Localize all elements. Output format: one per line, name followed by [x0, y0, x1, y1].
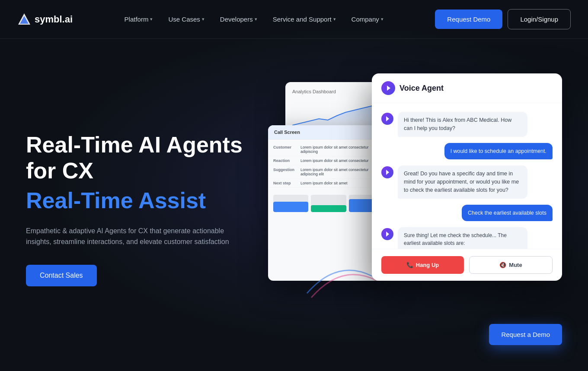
chevron-down-icon: ▾ — [333, 16, 336, 22]
hero-subtitle: Real-Time Assist — [26, 187, 268, 213]
nav-label-service: Service and Support — [273, 16, 332, 23]
nav-label-platform: Platform — [125, 16, 149, 23]
hangup-label: Hang Up — [416, 262, 439, 268]
call-rows: Customer Lorem ipsum dolor sit amet cons… — [268, 140, 389, 191]
agent-bubble-2: Great! Do you have a specific day and ti… — [398, 165, 527, 198]
voice-agent-card: Voice Agent Hi there! This is Alex from … — [372, 73, 562, 281]
logo[interactable]: symbl.ai — [17, 13, 73, 26]
hero-description: Empathetic & adaptive AI Agents for CX t… — [26, 225, 242, 247]
message-row-1: Hi there! This is Alex from ABC Medical.… — [381, 112, 553, 137]
message-row-3: Great! Do you have a specific day and ti… — [381, 165, 553, 198]
svg-marker-2 — [387, 86, 390, 91]
hero-section: Real-Time AI Agents for CX Real-Time Ass… — [0, 39, 588, 371]
chevron-down-icon: ▾ — [381, 16, 383, 22]
navbar: symbl.ai Platform ▾ Use Cases ▾ Develope… — [0, 0, 588, 39]
nav-item-service[interactable]: Service and Support ▾ — [266, 12, 343, 26]
call-card-header: Call Screen — [268, 125, 389, 140]
nav-label-usecases: Use Cases — [168, 16, 200, 23]
chevron-down-icon: ▾ — [150, 16, 153, 22]
user-bubble-1: I would like to schedule an appointment. — [444, 143, 553, 160]
message-row-2: I would like to schedule an appointment. — [381, 143, 553, 160]
chevron-down-icon: ▾ — [202, 16, 205, 22]
logo-text: symbl.ai — [35, 14, 73, 25]
call-row-4: Next step Lorem ipsum dolor sit amet — [268, 179, 389, 188]
agent-bubble-3: Sure thing! Let me check the schedule...… — [398, 227, 527, 249]
message-row-4: Check the earliest available slots — [381, 205, 553, 222]
contact-sales-button[interactable]: Contact Sales — [26, 265, 97, 286]
agent-avatar-2 — [381, 166, 393, 178]
phone-icon: 📞 — [406, 262, 413, 268]
hangup-button[interactable]: 📞 Hang Up — [381, 256, 464, 274]
agent-avatar-3 — [381, 228, 393, 240]
metric-bar-1 — [273, 195, 308, 212]
login-signup-button[interactable]: Login/Signup — [508, 9, 571, 29]
nav-item-developers[interactable]: Developers ▾ — [213, 12, 264, 26]
mute-icon: 🔇 — [499, 262, 506, 268]
mute-label: Mute — [509, 262, 522, 268]
call-row-1: Customer Lorem ipsum dolor sit amet cons… — [268, 143, 389, 156]
voice-agent-icon — [381, 81, 395, 95]
nav-label-developers: Developers — [220, 16, 253, 23]
call-row-3: Suggestion Lorem ipsum dolor sit amet co… — [268, 165, 389, 179]
hero-content: Real-Time AI Agents for CX Real-Time Ass… — [26, 124, 268, 286]
nav-label-company: Company — [352, 16, 379, 23]
nav-item-usecases[interactable]: Use Cases ▾ — [161, 12, 211, 26]
message-row-5: Sure thing! Let me check the schedule...… — [381, 227, 553, 249]
nav-actions: Request Demo Login/Signup — [435, 9, 571, 29]
svg-marker-5 — [386, 231, 389, 237]
nav-item-company[interactable]: Company ▾ — [345, 12, 390, 26]
va-title: Voice Agent — [399, 84, 444, 93]
nav-links: Platform ▾ Use Cases ▾ Developers ▾ Serv… — [118, 12, 390, 26]
call-metrics — [268, 191, 389, 216]
floating-demo-button[interactable]: Request a Demo — [489, 324, 562, 345]
logo-icon — [17, 13, 31, 26]
va-footer: 📞 Hang Up 🔇 Mute — [372, 249, 562, 281]
chevron-down-icon: ▾ — [255, 16, 257, 22]
agent-avatar-1 — [381, 113, 393, 125]
request-demo-button[interactable]: Request Demo — [435, 10, 502, 29]
call-row-2: Reaction Lorem ipsum dolor sit amet cons… — [268, 156, 389, 165]
agent-bubble-1: Hi there! This is Alex from ABC Medical.… — [398, 112, 527, 137]
nav-item-platform[interactable]: Platform ▾ — [118, 12, 160, 26]
metric-bar-2 — [311, 195, 346, 212]
va-messages: Hi there! This is Alex from ABC Medical.… — [372, 103, 562, 249]
mute-button[interactable]: 🔇 Mute — [469, 256, 553, 274]
user-bubble-2: Check the earliest available slots — [462, 205, 553, 222]
svg-marker-3 — [386, 116, 389, 121]
va-header: Voice Agent — [372, 73, 562, 103]
hero-title: Real-Time AI Agents for CX — [26, 132, 268, 184]
hero-visual: Analytics Dashboard — [268, 39, 562, 371]
svg-marker-4 — [386, 170, 389, 175]
